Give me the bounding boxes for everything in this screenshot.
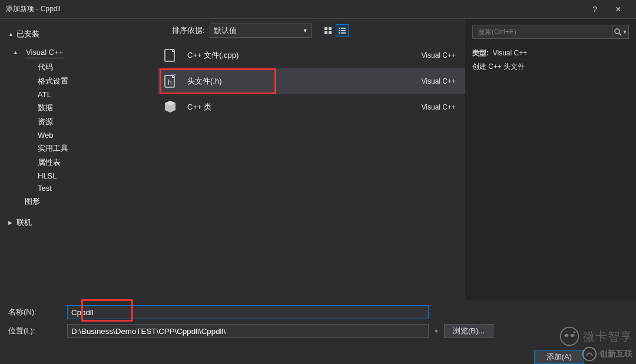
template-list: ++ C++ 文件(.cpp) Visual C++ h++ 头文件(.h) V… bbox=[158, 42, 465, 300]
browse-button[interactable]: 浏览(B)... bbox=[444, 324, 493, 338]
svg-rect-8 bbox=[339, 32, 340, 34]
search-input[interactable] bbox=[473, 28, 612, 36]
tree-item-web[interactable]: Web bbox=[13, 129, 158, 141]
view-grid-button[interactable] bbox=[322, 24, 334, 37]
sort-label: 排序依据: bbox=[172, 25, 205, 36]
svg-point-22 bbox=[583, 348, 597, 361]
tree-item-code[interactable]: 代码 bbox=[13, 60, 158, 74]
watermark: 微卡智享 bbox=[559, 326, 632, 346]
view-list-button[interactable] bbox=[336, 24, 349, 37]
template-item-class[interactable]: C++ 类 Visual C++ bbox=[158, 94, 465, 120]
h-file-icon: h++ bbox=[161, 72, 179, 90]
tree-item-hlsl[interactable]: HLSL bbox=[13, 170, 158, 182]
svg-point-21 bbox=[576, 330, 577, 331]
svg-text:++: ++ bbox=[171, 74, 177, 77]
svg-line-16 bbox=[619, 33, 621, 35]
svg-text:h: h bbox=[168, 78, 172, 87]
close-button[interactable]: × bbox=[607, 0, 630, 19]
tree-item-atl[interactable]: ATL bbox=[13, 88, 158, 101]
center-panel: 排序依据: 默认值 ▼ ++ C++ 文件(.cpp) Visu bbox=[158, 19, 465, 300]
name-label: 名称(N): bbox=[8, 307, 61, 317]
search-box[interactable]: ▼ bbox=[472, 25, 629, 39]
cpp-class-icon bbox=[161, 98, 179, 116]
sort-select[interactable]: 默认值 ▼ bbox=[210, 24, 312, 38]
location-input[interactable] bbox=[67, 324, 429, 338]
tree-item-formatting[interactable]: 格式设置 bbox=[13, 74, 158, 88]
chevron-down-icon: ▲ bbox=[8, 31, 14, 37]
svg-rect-2 bbox=[324, 31, 327, 34]
tree-graphics[interactable]: 图形 bbox=[13, 194, 158, 209]
cpp-file-icon: ++ bbox=[161, 47, 179, 64]
name-input[interactable] bbox=[67, 305, 429, 319]
help-button[interactable]: ? bbox=[583, 0, 607, 19]
svg-rect-3 bbox=[329, 31, 332, 34]
chevron-down-icon: ▼ bbox=[303, 28, 308, 34]
tree-item-propsheet[interactable]: 属性表 bbox=[13, 155, 158, 170]
svg-point-19 bbox=[571, 334, 575, 337]
svg-rect-6 bbox=[339, 30, 340, 31]
right-panel: ▼ 类型: Visual C++ 创建 C++ 头文件 bbox=[465, 19, 636, 300]
titlebar: 添加新项 - Cppdll ? × bbox=[0, 0, 636, 19]
search-icon[interactable]: ▼ bbox=[612, 25, 628, 38]
tree-online[interactable]: ▶ 联机 bbox=[5, 214, 158, 231]
svg-rect-5 bbox=[341, 28, 346, 29]
svg-rect-0 bbox=[324, 27, 327, 30]
chevron-right-icon: ▶ bbox=[8, 220, 14, 226]
template-item-header[interactable]: h++ 头文件(.h) Visual C++ bbox=[158, 68, 465, 94]
svg-text:++: ++ bbox=[166, 48, 172, 50]
chevron-down-icon: ▲ bbox=[13, 49, 19, 55]
template-item-cpp[interactable]: ++ C++ 文件(.cpp) Visual C++ bbox=[158, 42, 465, 68]
location-label: 位置(L): bbox=[8, 326, 61, 336]
bottom-form: 名称(N): 位置(L): ▾ 浏览(B)... bbox=[0, 300, 636, 348]
svg-rect-1 bbox=[329, 27, 332, 30]
window-title: 添加新项 - Cppdll bbox=[6, 4, 583, 14]
svg-rect-4 bbox=[339, 28, 340, 29]
svg-rect-9 bbox=[341, 32, 346, 34]
tree-item-test[interactable]: Test bbox=[13, 182, 158, 194]
toolbar: 排序依据: 默认值 ▼ bbox=[158, 19, 465, 42]
description: 创建 C++ 头文件 bbox=[472, 61, 629, 73]
tree-item-utility[interactable]: 实用工具 bbox=[13, 141, 158, 155]
svg-point-18 bbox=[565, 334, 569, 337]
add-button[interactable]: 添加(A) bbox=[534, 350, 584, 364]
svg-point-15 bbox=[615, 29, 620, 34]
sidebar: ▲ 已安装 ▲ Visual C++ 代码 格式设置 ATL 数据 资源 Web… bbox=[0, 19, 158, 300]
type-info: 类型: Visual C++ bbox=[472, 47, 629, 59]
tree-item-resource[interactable]: 资源 bbox=[13, 115, 158, 129]
watermark-2: 创新互联 bbox=[582, 346, 632, 362]
svg-point-20 bbox=[574, 332, 575, 333]
tree-visualcpp[interactable]: ▲ Visual C++ bbox=[13, 45, 158, 60]
tree-item-data[interactable]: 数据 bbox=[13, 101, 158, 115]
svg-point-17 bbox=[561, 327, 579, 346]
chevron-down-icon: ▼ bbox=[622, 29, 627, 35]
action-bar: 添加(A) 取消 bbox=[0, 348, 636, 364]
tree-installed[interactable]: ▲ 已安装 bbox=[5, 26, 158, 42]
svg-rect-7 bbox=[341, 30, 346, 31]
